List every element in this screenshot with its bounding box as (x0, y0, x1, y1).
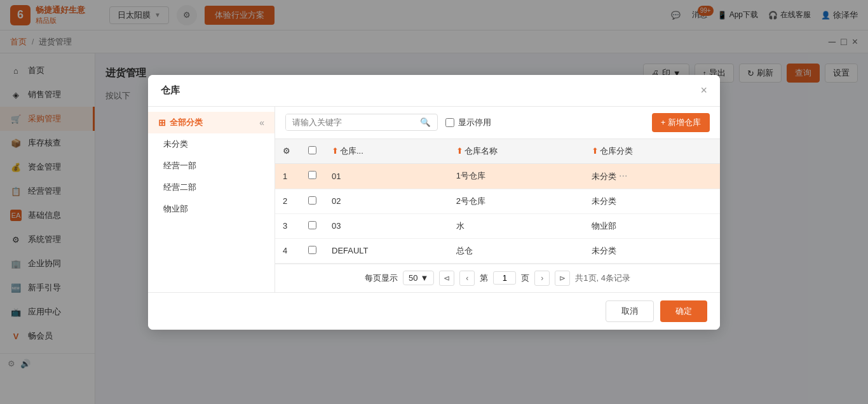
row-checkbox-cell (301, 189, 324, 213)
per-page-value: 50 (409, 273, 417, 283)
row-category: 未分类 (584, 189, 720, 213)
row-name: 水 (449, 213, 585, 238)
row-category: 未分类 ··· (584, 163, 720, 189)
col-code: ⬆仓库... (324, 139, 449, 164)
row-actions[interactable]: ··· (619, 170, 627, 181)
row-checkbox[interactable] (308, 196, 316, 205)
show-disabled-wrap: 显示停用 (445, 117, 491, 128)
search-button[interactable]: 🔍 (414, 114, 437, 130)
row-name: 1号仓库 (449, 163, 585, 189)
row-checkbox[interactable] (308, 246, 316, 254)
per-page-select[interactable]: 50 ▼ (403, 271, 434, 285)
table-row[interactable]: 4 DEFAULT 总仓 未分类 (275, 238, 720, 263)
next-page-button[interactable]: › (534, 271, 550, 286)
category-item-property[interactable]: 物业部 (148, 198, 275, 220)
page-label: 第 (480, 273, 488, 284)
table-toolbar: 🔍 显示停用 + 新增仓库 (275, 107, 720, 139)
col-settings: ⚙ (275, 139, 301, 164)
row-category: 物业部 (584, 213, 720, 238)
row-name: 2号仓库 (449, 189, 585, 213)
row-num: 2 (275, 189, 301, 213)
row-checkbox[interactable] (308, 171, 316, 179)
add-warehouse-button[interactable]: + 新增仓库 (652, 113, 710, 132)
table-row[interactable]: 1 01 1号仓库 未分类 ··· (275, 163, 720, 189)
modal-footer: 取消 确定 (148, 292, 720, 330)
row-checkbox-cell (301, 213, 324, 238)
table-body: 1 01 1号仓库 未分类 ··· 2 02 2号仓库 (275, 163, 720, 263)
category-title: ⊞ 全部分类 (158, 117, 203, 128)
page-number-input[interactable] (493, 271, 516, 285)
modal-body: ⊞ 全部分类 « 未分类 经营一部 经营二部 物业部 🔍 (148, 107, 720, 292)
row-checkbox-cell (301, 163, 324, 189)
sort-icon-category: ⬆ (592, 146, 599, 156)
show-disabled-checkbox[interactable] (445, 118, 454, 127)
modal-close-button[interactable]: × (700, 84, 707, 97)
first-page-button[interactable]: ⊲ (439, 271, 454, 286)
category-item-none[interactable]: 未分类 (148, 133, 275, 155)
search-box: 🔍 (285, 114, 438, 131)
category-header: ⊞ 全部分类 « (148, 112, 275, 133)
row-num: 4 (275, 238, 301, 263)
table-head: ⚙ ⬆仓库... ⬆仓库名称 ⬆仓库分类 (275, 139, 720, 164)
table-row[interactable]: 2 02 2号仓库 未分类 (275, 189, 720, 213)
row-num: 3 (275, 213, 301, 238)
sort-icon-code: ⬆ (332, 146, 339, 156)
warehouse-modal: 仓库 × ⊞ 全部分类 « 未分类 经营一部 经营二部 物业部 (148, 75, 720, 330)
cancel-button[interactable]: 取消 (606, 300, 654, 322)
grid-icon: ⊞ (158, 118, 166, 128)
row-num: 1 (275, 163, 301, 189)
row-checkbox-cell (301, 238, 324, 263)
row-checkbox[interactable] (308, 221, 316, 229)
table-panel: 🔍 显示停用 + 新增仓库 ⚙ (275, 107, 720, 292)
per-page-label: 每页显示 (365, 273, 398, 284)
modal-title: 仓库 (161, 84, 180, 97)
category-collapse-button[interactable]: « (259, 118, 264, 128)
col-category: ⬆仓库分类 (584, 139, 720, 164)
prev-page-button[interactable]: ‹ (459, 271, 475, 286)
last-page-button[interactable]: ⊳ (555, 271, 570, 286)
confirm-button[interactable]: 确定 (660, 300, 707, 322)
modal-overlay: 仓库 × ⊞ 全部分类 « 未分类 经营一部 经营二部 物业部 (0, 0, 868, 404)
category-panel: ⊞ 全部分类 « 未分类 经营一部 经营二部 物业部 (148, 107, 275, 292)
table-row[interactable]: 3 03 水 物业部 (275, 213, 720, 238)
sort-icon-name: ⬆ (456, 146, 463, 156)
show-disabled-label: 显示停用 (458, 117, 491, 128)
row-code: 02 (324, 189, 449, 213)
row-code: DEFAULT (324, 238, 449, 263)
col-name: ⬆仓库名称 (449, 139, 585, 164)
category-header-label: 全部分类 (170, 117, 203, 128)
row-code: 01 (324, 163, 449, 189)
page-unit-label: 页 (521, 273, 529, 284)
row-code: 03 (324, 213, 449, 238)
per-page-chevron-icon: ▼ (420, 273, 428, 283)
row-name: 总仓 (449, 238, 585, 263)
page-info: 共1页, 4条记录 (575, 273, 630, 284)
row-category: 未分类 (584, 238, 720, 263)
category-item-dept1[interactable]: 经营一部 (148, 155, 275, 177)
modal-header: 仓库 × (148, 75, 720, 107)
data-table: ⚙ ⬆仓库... ⬆仓库名称 ⬆仓库分类 1 01 (275, 139, 720, 264)
col-checkbox (301, 139, 324, 164)
search-input[interactable] (286, 114, 414, 130)
pagination-bar: 每页显示 50 ▼ ⊲ ‹ 第 页 › ⊳ 共1页, 4条记录 (275, 264, 720, 292)
category-item-dept2[interactable]: 经营二部 (148, 177, 275, 198)
warehouse-table: ⚙ ⬆仓库... ⬆仓库名称 ⬆仓库分类 1 01 (275, 139, 720, 264)
select-all-checkbox[interactable] (308, 146, 316, 154)
